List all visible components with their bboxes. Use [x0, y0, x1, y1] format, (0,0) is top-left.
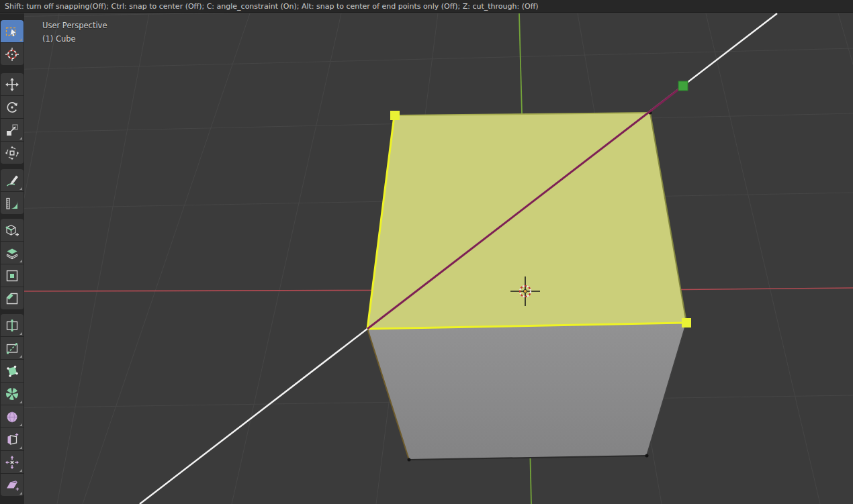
tool-bevel-button[interactable] [1, 287, 24, 309]
tool-poly-build-button[interactable] [1, 360, 24, 382]
add-cube-icon [5, 223, 19, 238]
tool-annotate-button[interactable] [1, 169, 24, 191]
shear-icon [5, 478, 19, 493]
rotate-icon [5, 100, 19, 115]
tool-spin-button[interactable] [1, 383, 24, 405]
poly-build-icon [5, 364, 19, 379]
tool-add-cube-button[interactable] [1, 219, 24, 241]
tool-knife-button[interactable] [1, 337, 24, 359]
extrude-region-icon [5, 246, 19, 260]
tool-shrink-fatten-button[interactable] [1, 451, 24, 473]
active-object-label: (1) Cube [42, 34, 76, 44]
cube-front-face [367, 323, 686, 460]
cursor-icon [5, 47, 19, 62]
viewport-canvas[interactable] [0, 0, 853, 504]
loop-cut-icon [5, 318, 19, 333]
knife-tool-hint-bar: Shift: turn off snapping(Off); Ctrl: sna… [0, 0, 853, 13]
tool-transform-button[interactable] [1, 142, 24, 164]
tool-scale-button[interactable] [1, 119, 24, 141]
tool-edge-slide-button[interactable] [1, 428, 24, 450]
annotate-icon [5, 173, 19, 188]
knife-point-vertex-topleft [390, 111, 400, 120]
bevel-icon [5, 291, 19, 306]
edge-slide-icon [5, 432, 19, 447]
spin-icon [5, 387, 19, 401]
tool-rotate-button[interactable] [1, 96, 24, 118]
inset-faces-icon [5, 268, 19, 283]
blender-window: { "header": { "hint_text": "Shift: turn … [0, 0, 853, 504]
knife-snap-point-current [678, 81, 688, 91]
view-perspective-label: User Perspective [42, 21, 107, 30]
shrink-fatten-icon [5, 455, 19, 470]
select-box-icon [5, 24, 19, 39]
tool-extrude-region-button[interactable] [1, 242, 24, 264]
tool-select-box-button[interactable] [1, 20, 24, 42]
knife-icon [5, 341, 19, 356]
toolbar [0, 13, 24, 504]
tool-shear-button[interactable] [1, 474, 24, 496]
move-icon [5, 77, 19, 92]
tool-move-button[interactable] [1, 73, 24, 95]
measure-icon [5, 196, 19, 211]
tool-measure-button[interactable] [1, 192, 24, 214]
tool-smooth-button[interactable] [1, 405, 24, 427]
smooth-icon [5, 409, 19, 424]
knife-point-vertex-right [682, 318, 691, 327]
transform-icon [5, 146, 19, 160]
tool-inset-faces-button[interactable] [1, 264, 24, 287]
scale-icon [5, 123, 19, 138]
tool-cursor-button[interactable] [1, 43, 24, 65]
tool-loop-cut-button[interactable] [1, 314, 24, 336]
